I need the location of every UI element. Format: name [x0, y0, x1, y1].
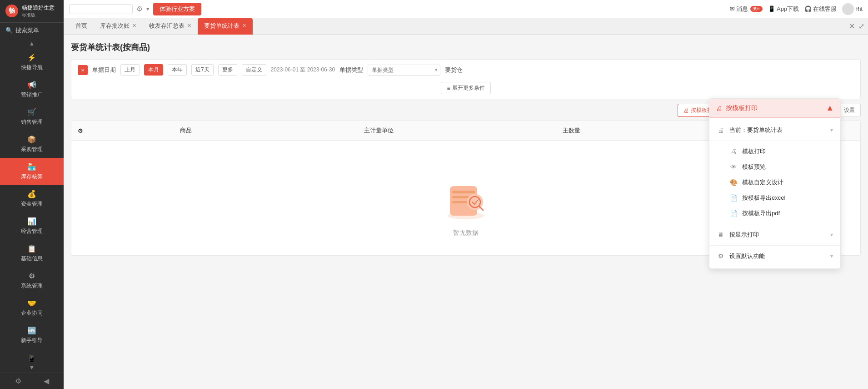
app-download-button[interactable]: 📱 App下载 — [768, 5, 799, 13]
tab-batch-ledger-close[interactable]: ✕ — [132, 23, 136, 29]
date-btn-this-month[interactable]: 本月 — [144, 64, 163, 76]
template-preview-icon: 👁 — [729, 163, 738, 171]
expand-more-icon: ≡ — [447, 85, 450, 91]
tab-order-summary-close[interactable]: ✕ — [242, 23, 246, 29]
dropdown-template-export-excel[interactable]: 📄 按模板导出excel — [709, 190, 840, 206]
dropdown-title-area: 🖨 按模板打印 — [716, 104, 758, 112]
dropdown-template-print[interactable]: 🖨 模板打印 — [709, 144, 840, 159]
tab-collection-summary-close[interactable]: ✕ — [187, 23, 191, 29]
table-settings-icon[interactable]: ⚙ — [78, 127, 83, 134]
sidebar-item-operation[interactable]: 📊 经营管理 — [0, 212, 64, 240]
tab-home[interactable]: 首页 — [69, 18, 94, 35]
dropdown-body: 🖨 当前：要货单统计表 ▾ 🖨 模板打印 👁 模板预览 — [709, 118, 840, 268]
basic-icon: 📋 — [27, 244, 36, 253]
dropdown-template-export-pdf[interactable]: 📄 按模板导出pdf — [709, 206, 840, 221]
current-template-arrow: ▾ — [830, 127, 833, 133]
sidebar-item-finance[interactable]: 💰 资金管理 — [0, 185, 64, 212]
sidebar-item-purchase[interactable]: 📦 采购管理 — [0, 131, 64, 158]
page-title: 要货单统计表(按商品) — [71, 42, 861, 53]
order-type-select[interactable]: 单据类型 — [368, 65, 440, 76]
dropdown-template-section: 🖨 模板打印 👁 模板预览 🎨 模板自定义设计 📄 按模板导出excel — [709, 141, 840, 224]
dropdown-template-preview[interactable]: 👁 模板预览 — [709, 159, 840, 175]
settings-button[interactable]: 设置 — [838, 104, 861, 117]
sidebar-scroll-down[interactable]: ▼ — [0, 362, 64, 373]
filter-expand-button[interactable]: » — [78, 65, 88, 75]
dropdown-default-section: ⚙ 设置默认功能 ▾ — [709, 246, 840, 267]
operation-icon: 📊 — [27, 217, 36, 226]
user-avatar-area[interactable]: Rit — [842, 3, 863, 15]
date-btn-custom[interactable]: 自定义 — [242, 64, 266, 76]
collapse-icon[interactable]: ◀ — [44, 377, 49, 385]
tab-order-summary[interactable]: 要货单统计表 ✕ — [198, 18, 253, 35]
dropdown-current-section: 🖨 当前：要货单统计表 ▾ — [709, 120, 840, 141]
sidebar-nav: ⚡ 快捷导航 📢 营销推广 🛒 销售管理 📦 采购管理 🏪 库存核算 💰 资金管… — [0, 49, 64, 362]
user-avatar — [842, 3, 854, 15]
col-quantity: 主数量 — [475, 125, 668, 136]
topbar-search-input[interactable] — [69, 4, 133, 14]
sidebar-item-enterprise[interactable]: 🤝 企业协同 — [0, 294, 64, 322]
col-product: 商品 — [90, 125, 282, 136]
table-settings-cell[interactable]: ⚙ — [71, 127, 90, 134]
inventory-icon: 🏪 — [27, 162, 36, 171]
col-unit: 主计量单位 — [282, 125, 475, 136]
export-excel-icon: 📄 — [729, 194, 738, 202]
topbar-right: ✉ 消息 99+ 📱 App下载 🎧 在线客服 Rit — [730, 3, 863, 15]
logo-icon: 畅 — [5, 5, 18, 17]
sidebar-item-quick-nav[interactable]: ⚡ 快捷导航 — [0, 49, 64, 76]
topbar: ⚙ ▾ 体验行业方案 ✉ 消息 99+ 📱 App下载 🎧 在线客服 Rit — [64, 0, 868, 18]
dropdown-display-section: 🖥 按显示打印 ▾ — [709, 224, 840, 246]
message-icon: ✉ — [730, 5, 735, 12]
sales-icon: 🛒 — [27, 108, 36, 116]
marketing-icon: 📢 — [27, 81, 36, 89]
date-range: 2023-06-01 至 2023-06-30 — [271, 66, 335, 74]
dropdown-current-template[interactable]: 🖨 当前：要货单统计表 ▾ — [709, 122, 840, 138]
message-button[interactable]: ✉ 消息 99+ — [730, 5, 763, 13]
tabbar: 首页 库存批次账 ✕ 收发存汇总表 ✕ 要货单统计表 ✕ ✕ ⤢ — [64, 18, 868, 35]
dropdown-template-design[interactable]: 🎨 模板自定义设计 — [709, 175, 840, 190]
settings-icon[interactable]: ⚙ — [15, 377, 21, 385]
user-name: Rit — [855, 5, 863, 12]
sidebar-item-guide[interactable]: 🆕 新手引导 — [0, 322, 64, 349]
filter-row-1: » 单据日期 上月 本月 本年 近7天 更多 自定义 2023-06-01 至 … — [78, 64, 854, 76]
dropdown-default-function[interactable]: ⚙ 设置默认功能 ▾ — [709, 248, 840, 264]
sidebar-item-basic[interactable]: 📋 基础信息 — [0, 240, 64, 267]
search-menu[interactable]: 🔍 搜索菜单 — [0, 23, 64, 38]
tab-collection-summary[interactable]: 收发存汇总表 ✕ — [143, 18, 198, 35]
date-btn-more[interactable]: 更多 — [218, 64, 237, 76]
sidebar-item-system[interactable]: ⚙ 系统管理 — [0, 267, 64, 294]
dropdown-close-button[interactable]: ▲ — [826, 103, 834, 113]
logo-text: 畅捷通好生意 标准版 — [22, 5, 55, 18]
quick-nav-icon: ⚡ — [27, 53, 36, 62]
print-icon: 🖨 — [683, 107, 689, 114]
dropdown-display-print[interactable]: 🖥 按显示打印 ▾ — [709, 227, 840, 242]
headset-icon: 🎧 — [804, 5, 812, 12]
filter-bar: » 单据日期 上月 本月 本年 近7天 更多 自定义 2023-06-01 至 … — [71, 59, 861, 99]
default-function-icon: ⚙ — [717, 253, 725, 260]
printer-icon: 🖨 — [716, 105, 722, 112]
sidebar-item-marketing[interactable]: 📢 营销推广 — [0, 76, 64, 103]
expand-more-button[interactable]: ≡ 展开更多条件 — [441, 82, 490, 94]
online-service-button[interactable]: 🎧 在线客服 — [804, 5, 837, 13]
date-btn-7days[interactable]: 近7天 — [191, 64, 214, 76]
guide-icon: 🆕 — [27, 326, 36, 335]
sidebar-item-sales[interactable]: 🛒 销售管理 — [0, 103, 64, 131]
sidebar-scroll-up[interactable]: ▲ — [0, 38, 64, 49]
sidebar-item-inventory[interactable]: 🏪 库存核算 — [0, 158, 64, 185]
trial-button[interactable]: 体验行业方案 — [153, 3, 201, 15]
main-area: ⚙ ▾ 体验行业方案 ✉ 消息 99+ 📱 App下载 🎧 在线客服 Rit — [64, 0, 868, 389]
finance-icon: 💰 — [27, 190, 36, 198]
date-btn-this-year[interactable]: 本年 — [168, 64, 187, 76]
tab-batch-ledger[interactable]: 库存批次账 ✕ — [94, 18, 143, 35]
tab-expand-icon[interactable]: ⤢ — [858, 22, 864, 30]
order-type-label: 单据类型 — [339, 66, 363, 74]
system-icon: ⚙ — [29, 272, 35, 280]
date-btn-last-month[interactable]: 上月 — [120, 64, 140, 76]
tab-close-all-icon[interactable]: ✕ — [849, 22, 855, 30]
apps-icon: 📱 — [27, 354, 36, 362]
topbar-gear-icon[interactable]: ⚙ — [136, 5, 143, 13]
date-label: 单据日期 — [92, 66, 116, 74]
dropdown-arrow-icon[interactable]: ▾ — [146, 5, 150, 12]
current-template-icon: 🖨 — [717, 126, 725, 134]
sidebar-item-apps[interactable]: 📱 应用中心 — [0, 349, 64, 362]
phone-icon: 📱 — [768, 5, 775, 12]
